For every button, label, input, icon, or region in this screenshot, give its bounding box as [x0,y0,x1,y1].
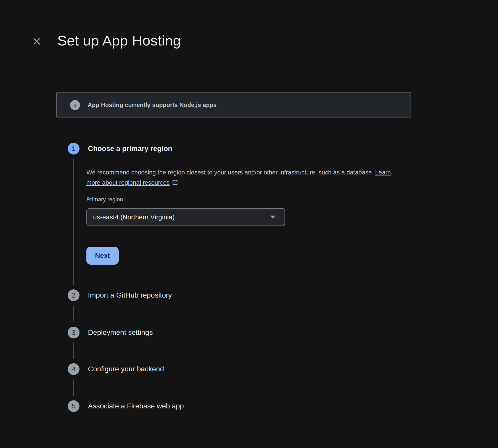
step-4-label: Configure your backend [88,365,164,373]
stepper-connector-2-3 [73,306,74,322]
step-2-indicator: 2 [68,289,80,301]
stepper-connector-4-5 [73,380,74,396]
setup-app-hosting-page: Set up App Hosting i App Hosting current… [0,0,498,448]
stepper-step-1: 1 Choose a primary region [68,143,172,155]
step-4-number: 4 [72,365,75,373]
step-2-label: Import a GitHub repository [88,291,172,299]
info-icon: i [70,100,80,110]
primary-region-selected-value: us-east4 (Northern Virginia) [93,213,270,221]
stepper-connector-3-4 [73,343,74,359]
primary-region-field-label: Primary region [86,196,123,203]
step-1-label: Choose a primary region [88,145,172,153]
info-banner-text: App Hosting currently supports Node.js a… [88,102,217,109]
step-3-label: Deployment settings [88,328,153,337]
primary-region-select[interactable]: us-east4 (Northern Virginia) [86,208,285,226]
step-1-number: 1 [72,145,75,153]
stepper-step-4: 4 Configure your backend [68,363,164,375]
external-link-icon [172,179,178,189]
region-description-text: We recommend choosing the region closest… [86,169,375,176]
chevron-down-icon [270,216,275,219]
stepper-step-5: 5 Associate a Firebase web app [68,400,184,412]
info-banner: i App Hosting currently supports Node.js… [56,92,411,117]
region-description: We recommend choosing the region closest… [86,167,403,189]
step-1-indicator: 1 [68,143,80,155]
stepper-step-3: 3 Deployment settings [68,327,153,338]
step-2-number: 2 [72,291,75,299]
stepper-connector-1-2 [73,159,74,285]
step-3-number: 3 [72,329,75,337]
step-3-indicator: 3 [68,327,80,338]
page-title: Set up App Hosting [57,32,181,49]
close-x-glyph [33,37,41,45]
close-icon[interactable] [30,35,43,48]
stepper-step-2: 2 Import a GitHub repository [68,289,172,301]
next-button[interactable]: Next [86,247,119,265]
step-4-indicator: 4 [68,363,80,375]
step-5-number: 5 [72,402,75,410]
step-5-label: Associate a Firebase web app [88,402,184,410]
step-5-indicator: 5 [68,400,80,412]
